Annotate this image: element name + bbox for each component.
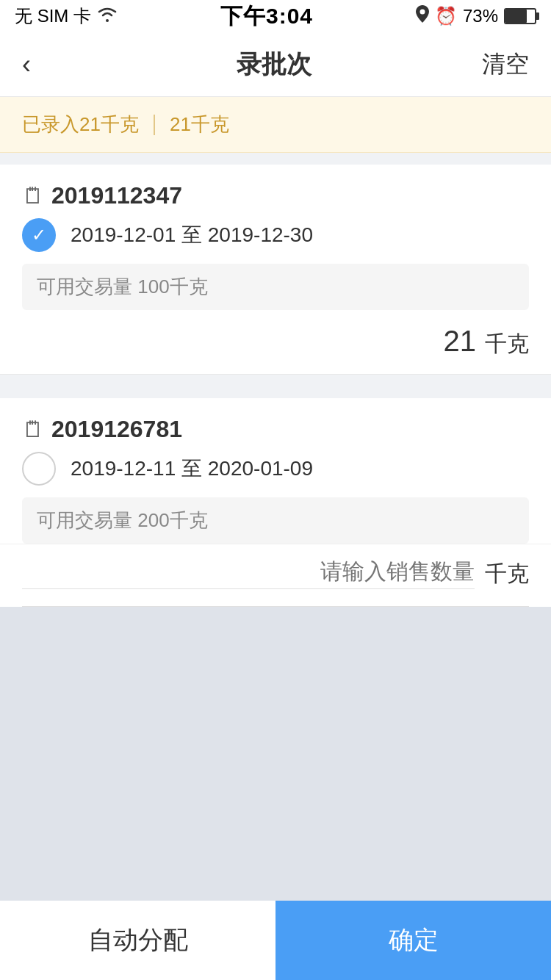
- batch-row-1: ✓ 2019-12-01 至 2019-12-30: [22, 218, 529, 252]
- recorded-amount: 21千克: [170, 112, 229, 137]
- amount-input-section-2: 千克: [0, 544, 551, 607]
- back-button[interactable]: ‹: [22, 49, 66, 80]
- recorded-label: 已录入21千克: [22, 112, 139, 137]
- batch-item-1: 🗒 2019112347 ✓ 2019-12-01 至 2019-12-30 可…: [0, 165, 551, 310]
- location-icon: [416, 5, 429, 27]
- batch-row-2: 2019-12-11 至 2020-01-09: [22, 452, 529, 486]
- battery-icon: [504, 8, 536, 24]
- nav-bar: ‹ 录批次 清空: [0, 32, 551, 97]
- batch-card-1: 🗒 2019112347 ✓ 2019-12-01 至 2019-12-30 可…: [0, 165, 551, 375]
- check-icon-1: ✓: [32, 225, 46, 245]
- bottom-bar: 自动分配 确定: [0, 901, 551, 980]
- svg-point-0: [419, 10, 425, 15]
- batch-item-2: 🗒 2019126781 2019-12-11 至 2020-01-09 可用交…: [0, 398, 551, 544]
- section-divider: [0, 375, 551, 386]
- amount-row-1: 21 千克: [0, 310, 551, 375]
- sim-text: 无 SIM 卡: [15, 4, 91, 28]
- gray-area: [0, 607, 551, 915]
- batch-doc-icon-1: 🗒: [22, 184, 44, 209]
- auto-distribute-button[interactable]: 自动分配: [0, 901, 276, 980]
- batch-date-1: 2019-12-01 至 2019-12-30: [71, 221, 313, 249]
- banner-divider: [154, 115, 155, 135]
- amount-unit-1: 千克: [485, 329, 529, 359]
- status-right: ⏰ 73%: [416, 5, 536, 27]
- batch-doc-icon-2: 🗒: [22, 417, 44, 442]
- status-bar: 无 SIM 卡 下午3:04 ⏰ 73%: [0, 0, 551, 32]
- batch-header-1: 🗒 2019112347: [22, 182, 529, 209]
- batch-number-1: 2019112347: [51, 182, 182, 209]
- confirm-button[interactable]: 确定: [276, 901, 551, 980]
- batch-number-2: 2019126781: [51, 416, 182, 443]
- amount-value-1: 21: [444, 325, 477, 358]
- wifi-icon: [97, 6, 118, 26]
- clear-button[interactable]: 清空: [482, 48, 529, 81]
- page-title: 录批次: [237, 48, 311, 82]
- battery-percent: 73%: [463, 6, 498, 26]
- quantity-input-2[interactable]: [22, 559, 475, 589]
- status-left: 无 SIM 卡: [15, 4, 118, 28]
- status-time: 下午3:04: [220, 1, 313, 32]
- info-banner: 已录入21千克 21千克: [0, 97, 551, 153]
- radio-btn-1[interactable]: ✓: [22, 218, 56, 252]
- available-label-1: 可用交易量 100千克: [22, 264, 529, 310]
- batch-header-2: 🗒 2019126781: [22, 416, 529, 443]
- batch-card-2: 🗒 2019126781 2019-12-11 至 2020-01-09 可用交…: [0, 398, 551, 607]
- input-unit-2: 千克: [485, 559, 529, 589]
- batch-date-2: 2019-12-11 至 2020-01-09: [71, 455, 313, 483]
- available-label-2: 可用交易量 200千克: [22, 497, 529, 544]
- alarm-icon: ⏰: [435, 6, 457, 26]
- radio-btn-2[interactable]: [22, 452, 56, 486]
